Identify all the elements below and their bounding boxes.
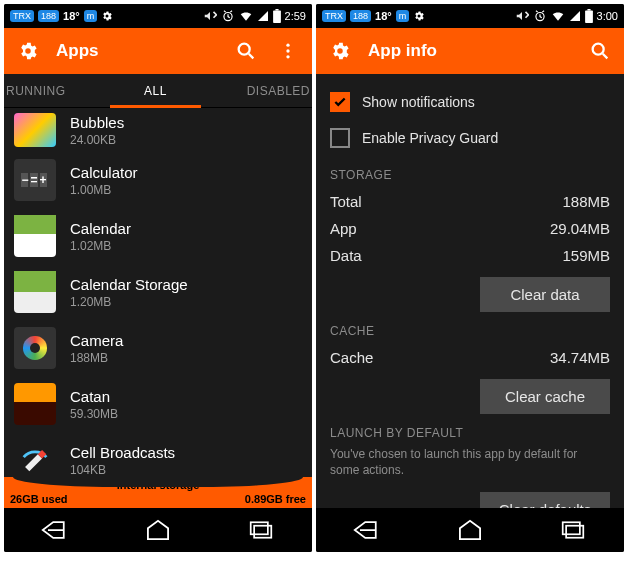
app-size: 188MB (70, 351, 123, 365)
app-size: 24.00KB (70, 133, 124, 147)
storage-bar: Internal storage 26GB used 0.89GB free (4, 477, 312, 508)
checkbox-icon[interactable] (330, 128, 350, 148)
search-icon[interactable] (232, 37, 260, 65)
wifi-icon (551, 9, 565, 23)
svg-rect-14 (566, 526, 583, 538)
phone-left: TRX 188 18° m 2:59 Apps (4, 4, 312, 552)
clock: 2:59 (285, 10, 306, 22)
tab-running[interactable]: Running (4, 75, 79, 107)
clear-cache-button[interactable]: Clear cache (480, 379, 610, 414)
gear-icon (413, 10, 425, 22)
app-icon (14, 327, 56, 369)
app-icon (14, 215, 56, 257)
overflow-icon[interactable] (274, 37, 302, 65)
svg-point-3 (239, 44, 250, 55)
vibrate-icon (515, 9, 529, 23)
app-icon (14, 271, 56, 313)
show-notifications-row[interactable]: Show notifications (330, 84, 610, 120)
notif-icon: 188 (38, 10, 59, 22)
nav-bar (316, 508, 624, 552)
svg-rect-13 (562, 522, 579, 534)
recent-icon[interactable] (244, 513, 278, 547)
back-icon[interactable] (350, 513, 384, 547)
notif-icon: TRX (10, 10, 34, 22)
storage-free: 0.89GB free (245, 493, 306, 505)
svg-point-5 (286, 49, 289, 52)
app-size: 104KB (70, 463, 175, 477)
section-launch: Launch by default (330, 426, 610, 440)
action-bar: App info (316, 28, 624, 74)
notif-icon: m (84, 10, 98, 22)
home-icon[interactable] (141, 513, 175, 547)
storage-total: Total188MB (330, 188, 610, 215)
app-name: Calendar Storage (70, 276, 188, 293)
phone-right: TRX 188 18° m 3:00 App info (316, 4, 624, 552)
tab-disabled[interactable]: Disabled (232, 75, 312, 107)
svg-point-12 (593, 44, 604, 55)
clock: 3:00 (597, 10, 618, 22)
section-storage: Storage (330, 168, 610, 182)
settings-icon[interactable] (14, 37, 42, 65)
app-icon: −=+ (14, 159, 56, 201)
app-icon (14, 383, 56, 425)
battery-icon (273, 9, 281, 23)
app-name: Cell Broadcasts (70, 444, 175, 461)
app-list[interactable]: Bubbles24.00KB −=+ Calculator1.00MB Cale… (4, 108, 312, 477)
notif-icon: m (396, 10, 410, 22)
cache-row: Cache34.74MB (330, 344, 610, 371)
alarm-icon (533, 9, 547, 23)
gear-icon (101, 10, 113, 22)
wifi-icon (239, 9, 253, 23)
storage-used: 26GB used (10, 493, 67, 505)
app-size: 1.00MB (70, 183, 138, 197)
action-bar: Apps (4, 28, 312, 74)
signal-icon (569, 10, 581, 22)
temperature: 18° (63, 10, 80, 22)
svg-rect-2 (275, 9, 278, 11)
svg-rect-11 (587, 9, 590, 11)
app-row[interactable]: Bubbles24.00KB (4, 108, 312, 152)
app-size: 1.02MB (70, 239, 131, 253)
app-row[interactable]: −=+ Calculator1.00MB (4, 152, 312, 208)
temperature: 18° (375, 10, 392, 22)
launch-desc: You've chosen to launch this app by defa… (330, 446, 610, 478)
app-info-panel[interactable]: Show notifications Enable Privacy Guard … (316, 74, 624, 508)
app-row[interactable]: Catan59.30MB (4, 376, 312, 432)
app-row[interactable]: Calendar1.02MB (4, 208, 312, 264)
privacy-guard-row[interactable]: Enable Privacy Guard (330, 120, 610, 156)
page-title: App info (368, 41, 572, 61)
notif-icon: 188 (350, 10, 371, 22)
tab-all[interactable]: All (79, 75, 232, 107)
battery-icon (585, 9, 593, 23)
clear-data-button[interactable]: Clear data (480, 277, 610, 312)
notif-icon: TRX (322, 10, 346, 22)
svg-point-4 (286, 44, 289, 47)
svg-rect-1 (273, 11, 281, 23)
svg-rect-7 (250, 522, 267, 534)
alarm-icon (221, 9, 235, 23)
app-icon (14, 113, 56, 147)
recent-icon[interactable] (556, 513, 590, 547)
clear-defaults-button[interactable]: Clear defaults (480, 492, 610, 508)
storage-app: App29.04MB (330, 215, 610, 242)
home-icon[interactable] (453, 513, 487, 547)
app-name: Catan (70, 388, 118, 405)
app-name: Bubbles (70, 114, 124, 131)
search-icon[interactable] (586, 37, 614, 65)
app-name: Calendar (70, 220, 131, 237)
app-row[interactable]: Camera188MB (4, 320, 312, 376)
vibrate-icon (203, 9, 217, 23)
checkbox-icon[interactable] (330, 92, 350, 112)
page-title: Apps (56, 41, 218, 61)
nav-bar (4, 508, 312, 552)
settings-icon[interactable] (326, 37, 354, 65)
app-row[interactable]: Calendar Storage1.20MB (4, 264, 312, 320)
back-icon[interactable] (38, 513, 72, 547)
app-size: 1.20MB (70, 295, 188, 309)
signal-icon (257, 10, 269, 22)
section-cache: Cache (330, 324, 610, 338)
app-name: Camera (70, 332, 123, 349)
app-row[interactable]: Cell Broadcasts104KB (4, 432, 312, 477)
checkbox-label: Show notifications (362, 94, 475, 110)
status-bar: TRX 188 18° m 3:00 (316, 4, 624, 28)
